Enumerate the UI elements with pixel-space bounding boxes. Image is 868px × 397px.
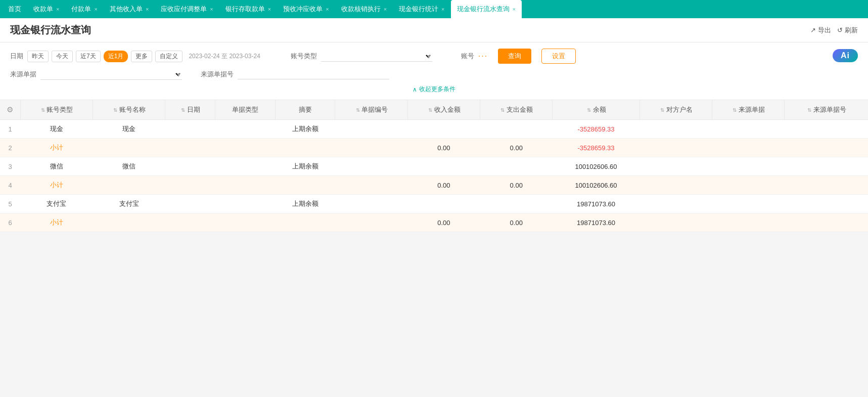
account-type-cell: 小计 bbox=[20, 213, 93, 232]
date-btn-7days[interactable]: 近7天 bbox=[76, 51, 101, 62]
doc-type-cell bbox=[215, 213, 276, 232]
account-filter: 账号 ··· bbox=[461, 52, 488, 61]
sort-icon[interactable]: ⇅ bbox=[733, 107, 737, 113]
nav-tab-receipt[interactable]: 收款单 × bbox=[27, 0, 65, 18]
sort-icon[interactable]: ⇅ bbox=[356, 107, 360, 113]
export-button[interactable]: ↗ 导出 bbox=[810, 26, 831, 35]
filter-row-date: 日期 昨天 今天 近7天 近1月 更多 自定义 2023-02-24 至 202… bbox=[10, 49, 858, 64]
table-row: 3微信微信上期余额100102606.60 bbox=[0, 157, 868, 176]
doc-type-cell bbox=[215, 120, 276, 139]
sort-icon[interactable]: ⇅ bbox=[500, 107, 505, 113]
source-doc-cell bbox=[712, 120, 784, 139]
summary-cell: 上期余额 bbox=[276, 195, 335, 213]
source-doc-no-input[interactable] bbox=[238, 69, 389, 79]
doc-no-cell bbox=[335, 195, 407, 213]
col-settings[interactable]: ⚙ bbox=[0, 100, 20, 120]
data-table-wrap: ⚙ ⇅ 账号类型 ⇅ 账号名称 ⇅ 日期 单据类型 摘要 ⇅ 单 bbox=[0, 100, 868, 232]
source-doc-cell bbox=[712, 195, 784, 213]
date-cell bbox=[165, 157, 215, 176]
date-btn-1month[interactable]: 近1月 bbox=[104, 51, 128, 62]
balance-cell: -3528659.33 bbox=[553, 120, 639, 139]
sort-icon[interactable]: ⇅ bbox=[41, 107, 45, 113]
summary-cell bbox=[276, 213, 335, 232]
query-button[interactable]: 查询 bbox=[498, 49, 531, 64]
close-icon[interactable]: × bbox=[384, 6, 387, 12]
col-expense: ⇅ 支出金额 bbox=[480, 100, 553, 120]
collapse-bar[interactable]: ∧ 收起更多条件 bbox=[10, 83, 858, 94]
date-btn-today[interactable]: 今天 bbox=[52, 51, 73, 62]
balance-cell: 100102606.60 bbox=[553, 176, 639, 195]
date-btn-more[interactable]: 更多 bbox=[131, 51, 152, 62]
nav-tab-other-income[interactable]: 其他收入单 × bbox=[104, 0, 155, 18]
expense-cell bbox=[480, 157, 553, 176]
summary-cell bbox=[276, 139, 335, 157]
sort-icon[interactable]: ⇅ bbox=[181, 107, 185, 113]
date-btn-yesterday[interactable]: 昨天 bbox=[27, 51, 49, 62]
counterpart-cell bbox=[639, 213, 712, 232]
doc-type-cell bbox=[215, 176, 276, 195]
col-summary: 摘要 bbox=[276, 100, 335, 120]
ai-badge[interactable]: Ai bbox=[833, 49, 858, 62]
nav-tab-adjustment[interactable]: 应收应付调整单 × bbox=[155, 0, 219, 18]
settings-button[interactable]: 设置 bbox=[541, 49, 576, 64]
source-doc-no-cell bbox=[785, 176, 868, 195]
close-icon[interactable]: × bbox=[94, 6, 97, 12]
account-name-cell: 支付宝 bbox=[93, 195, 165, 213]
close-icon[interactable]: × bbox=[513, 6, 516, 12]
close-icon[interactable]: × bbox=[268, 6, 271, 12]
top-navigation: 首页 收款单 × 付款单 × 其他收入单 × 应收应付调整单 × 银行存取款单 … bbox=[0, 0, 868, 18]
account-ellipsis-button[interactable]: ··· bbox=[478, 52, 488, 61]
sort-icon[interactable]: ⇅ bbox=[587, 107, 591, 113]
nav-tab-bank-deposit[interactable]: 银行存取款单 × bbox=[219, 0, 277, 18]
row-number: 4 bbox=[0, 176, 20, 195]
nav-tab-prepay[interactable]: 预收冲应收单 × bbox=[277, 0, 335, 18]
col-account-type: ⇅ 账号类型 bbox=[20, 100, 93, 120]
counterpart-cell bbox=[639, 195, 712, 213]
row-number: 3 bbox=[0, 157, 20, 176]
nav-tab-cashflow[interactable]: 现金银行流水查询 × bbox=[451, 0, 522, 18]
account-type-label: 账号类型 bbox=[291, 52, 317, 61]
sort-icon[interactable]: ⇅ bbox=[660, 107, 664, 113]
nav-tab-payment[interactable]: 付款单 × bbox=[65, 0, 103, 18]
source-doc-filter: 来源单据 ▾ bbox=[10, 69, 180, 80]
close-icon[interactable]: × bbox=[210, 6, 213, 12]
account-name-cell: 现金 bbox=[93, 120, 165, 139]
col-doc-type: 单据类型 bbox=[215, 100, 276, 120]
date-cell bbox=[165, 195, 215, 213]
sort-icon[interactable]: ⇅ bbox=[113, 107, 117, 113]
row-number: 2 bbox=[0, 139, 20, 157]
source-doc-select[interactable] bbox=[40, 69, 182, 80]
refresh-button[interactable]: ↺ 刷新 bbox=[837, 26, 858, 35]
close-icon[interactable]: × bbox=[56, 6, 59, 12]
date-btn-custom[interactable]: 自定义 bbox=[155, 51, 182, 62]
table-row: 4小计0.000.00100102606.60 bbox=[0, 176, 868, 195]
sort-icon[interactable]: ⇅ bbox=[807, 107, 811, 113]
source-doc-no-filter: 来源单据号 bbox=[201, 69, 389, 79]
balance-cell: -3528659.33 bbox=[553, 139, 639, 157]
nav-tab-stats[interactable]: 现金银行统计 × bbox=[393, 0, 450, 18]
income-cell: 0.00 bbox=[407, 139, 480, 157]
nav-tab-collection[interactable]: 收款核销执行 × bbox=[335, 0, 393, 18]
date-cell bbox=[165, 120, 215, 139]
expense-cell: 0.00 bbox=[480, 213, 553, 232]
gear-icon[interactable]: ⚙ bbox=[7, 105, 13, 114]
counterpart-cell bbox=[639, 176, 712, 195]
close-icon[interactable]: × bbox=[326, 6, 329, 12]
table-row: 6小计0.000.0019871073.60 bbox=[0, 213, 868, 232]
account-name-cell: 微信 bbox=[93, 157, 165, 176]
sort-icon[interactable]: ⇅ bbox=[428, 107, 432, 113]
account-type-select[interactable] bbox=[321, 51, 432, 62]
doc-type-cell bbox=[215, 139, 276, 157]
date-cell bbox=[165, 176, 215, 195]
collapse-up-icon: ∧ bbox=[413, 86, 417, 93]
row-number: 1 bbox=[0, 120, 20, 139]
doc-no-cell bbox=[335, 120, 407, 139]
account-type-cell: 小计 bbox=[20, 176, 93, 195]
income-cell bbox=[407, 195, 480, 213]
nav-tab-home[interactable]: 首页 bbox=[2, 0, 27, 18]
account-type-cell: 微信 bbox=[20, 157, 93, 176]
source-doc-cell bbox=[712, 176, 784, 195]
close-icon[interactable]: × bbox=[146, 6, 149, 12]
source-doc-no-cell bbox=[785, 213, 868, 232]
close-icon[interactable]: × bbox=[441, 6, 444, 12]
